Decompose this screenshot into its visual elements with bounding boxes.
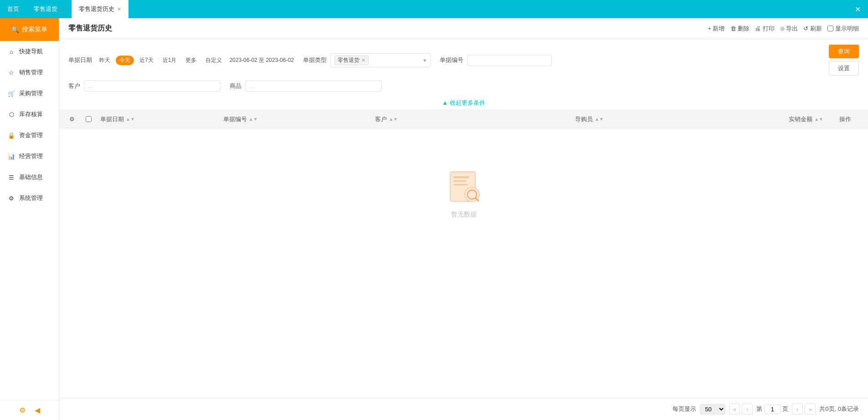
sort-guide-icon: ▲▼: [595, 117, 604, 122]
tab-retail-return-history[interactable]: 零售退货历史 ✕: [72, 0, 128, 18]
sort-customer-icon: ▲▼: [389, 117, 398, 122]
first-page-btn[interactable]: «: [729, 404, 740, 415]
sidebar-bottom: ⚙ ◀: [0, 400, 59, 420]
goods-ellipsis: …: [249, 82, 255, 89]
doc-no-label: 单据编号: [440, 56, 463, 64]
th-amount[interactable]: 实销金额 ▲▼: [723, 115, 827, 123]
sidebar-settings-btn[interactable]: ⚙: [19, 406, 26, 415]
show-detail-option: 显示明细: [827, 25, 859, 33]
sidebar-item-sales-mgmt[interactable]: ☆ 销售管理: [0, 62, 59, 83]
th-action: 操作: [827, 115, 863, 123]
top-bar: 首页 零售退货 ✕ 零售退货历史 ✕ ✕: [0, 0, 868, 18]
content-area: 零售退货历史 + 新增 🗑 删除 🖨 打印 ⊙ 导出 ↺ 刷新 显示明细 单据日…: [59, 18, 868, 420]
purchase-icon: 🛒: [7, 89, 15, 97]
prev-page-btn[interactable]: ‹: [742, 404, 753, 415]
page-nav: « ‹: [729, 404, 753, 415]
sidebar-search-label: 搜索菜单: [22, 26, 47, 34]
th-customer-label: 客户: [375, 115, 387, 123]
tab-home-label: 首页: [7, 5, 19, 13]
operations-icon: 📊: [7, 152, 15, 160]
sidebar-item-finance[interactable]: 🔒 资金管理: [0, 125, 59, 146]
svg-rect-3: [453, 184, 468, 185]
customer-label: 客户: [68, 82, 80, 90]
th-settings[interactable]: ⚙: [64, 116, 80, 123]
select-all-checkbox[interactable]: [86, 116, 92, 122]
sidebar-item-inventory[interactable]: ⬡ 库存核算: [0, 104, 59, 125]
sidebar-item-quick-nav-label: 快捷导航: [19, 47, 43, 56]
filter-area: 单据日期 昨天 今天 近7天 近1月 更多 自定义 2023-06-02 至 2…: [59, 39, 868, 110]
next-page-btn[interactable]: ›: [792, 404, 803, 415]
doc-type-select[interactable]: 零售退货 ✕ ▾: [330, 53, 431, 67]
page-input[interactable]: [764, 405, 781, 414]
sidebar-item-system-mgmt-label: 系统管理: [19, 194, 43, 202]
sidebar-item-purchase-mgmt[interactable]: 🛒 采购管理: [0, 83, 59, 104]
th-date[interactable]: 单据日期 ▲▼: [97, 115, 220, 123]
finance-icon: 🔒: [7, 131, 15, 139]
customer-select[interactable]: …: [84, 80, 221, 92]
doc-type-tag: 零售退货 ✕: [334, 56, 369, 65]
date-btn-1month[interactable]: 近1月: [159, 56, 180, 65]
header-actions: + 新增 🗑 删除 🖨 打印 ⊙ 导出 ↺ 刷新 显示明细: [708, 25, 859, 33]
date-btn-today[interactable]: 今天: [116, 56, 134, 65]
doc-no-input[interactable]: [467, 55, 552, 66]
last-page-btn[interactable]: »: [805, 404, 816, 415]
sidebar-item-operations-label: 经营管理: [19, 152, 43, 160]
filter-row-2: 客户 … 商品 …: [68, 80, 859, 92]
th-guide[interactable]: 导购员 ▲▼: [571, 115, 723, 123]
sidebar-item-quick-nav[interactable]: ⌂ 快捷导航: [0, 41, 59, 62]
refresh-button[interactable]: ↺ 刷新: [803, 25, 822, 33]
sidebar-item-purchase-mgmt-label: 采购管理: [19, 89, 43, 97]
date-btn-yesterday[interactable]: 昨天: [96, 56, 114, 65]
th-guide-label: 导购员: [575, 115, 593, 123]
customer-ellipsis: …: [88, 82, 94, 89]
page-label: 第: [756, 405, 762, 413]
sidebar-item-operations[interactable]: 📊 经营管理: [0, 146, 59, 167]
date-btn-7days[interactable]: 近7天: [136, 56, 157, 65]
filter-row-1: 单据日期 昨天 今天 近7天 近1月 更多 自定义 2023-06-02 至 2…: [68, 45, 859, 76]
sidebar-collapse-btn[interactable]: ◀: [35, 406, 40, 415]
sidebar-item-system-mgmt[interactable]: ⚙ 系统管理: [0, 188, 59, 209]
inventory-icon: ⬡: [7, 110, 15, 118]
sidebar-item-inventory-label: 库存核算: [19, 110, 43, 118]
tab-retail-return-history-close[interactable]: ✕: [117, 6, 121, 12]
page-size-select[interactable]: 20 50 100: [700, 404, 725, 415]
set-button[interactable]: 设置: [829, 61, 859, 76]
sidebar-item-finance-label: 资金管理: [19, 131, 43, 139]
filter-customer: 客户 …: [68, 80, 221, 92]
doc-type-remove[interactable]: ✕: [361, 57, 365, 63]
home-icon: ⌂: [7, 47, 15, 56]
th-customer[interactable]: 客户 ▲▼: [371, 115, 571, 123]
filter-date: 单据日期 昨天 今天 近7天 近1月 更多 自定义 2023-06-02 至 2…: [68, 56, 294, 65]
sales-icon: ☆: [7, 68, 15, 77]
settings-icon: ⚙: [69, 116, 75, 123]
date-btn-custom[interactable]: 自定义: [202, 56, 226, 65]
collapse-button[interactable]: ▲ 收起更多条件: [68, 96, 859, 110]
tab-retail-return-history-label: 零售退货历史: [79, 5, 114, 13]
filter-doc-type: 单据类型 零售退货 ✕ ▾: [303, 53, 431, 67]
pagination: 每页显示 20 50 100 « ‹ 第 页 › »: [59, 398, 868, 420]
print-button[interactable]: 🖨 打印: [755, 25, 775, 33]
goods-select[interactable]: …: [245, 80, 382, 92]
page-total: 共0页, 0条记录: [819, 405, 859, 413]
filter-goods: 商品 …: [230, 80, 382, 92]
add-button[interactable]: + 新增: [708, 25, 724, 33]
basic-icon: ☰: [7, 173, 15, 181]
empty-text: 暂无数据: [451, 210, 477, 219]
tab-retail-return-close[interactable]: ✕: [60, 6, 64, 12]
content-inner: ⚙ 单据日期 ▲▼ 单据编号 ▲▼ 客户 ▲▼: [59, 110, 868, 420]
query-button[interactable]: 查询: [829, 45, 859, 58]
show-detail-checkbox[interactable]: [827, 26, 833, 31]
delete-button[interactable]: 🗑 删除: [730, 25, 750, 33]
window-close-button[interactable]: ✕: [847, 5, 868, 14]
th-doc-no[interactable]: 单据编号 ▲▼: [220, 115, 371, 123]
date-btn-more[interactable]: 更多: [182, 56, 200, 65]
sidebar-item-basic-info-label: 基础信息: [19, 173, 43, 181]
sidebar-search[interactable]: 🔍 搜索菜单: [0, 18, 59, 41]
system-icon: ⚙: [7, 194, 15, 202]
sidebar-item-basic-info[interactable]: ☰ 基础信息: [0, 167, 59, 188]
page-title: 零售退货历史: [68, 24, 112, 33]
tab-retail-return[interactable]: 零售退货 ✕: [26, 0, 72, 18]
export-button[interactable]: ⊙ 导出: [780, 25, 798, 33]
th-checkbox[interactable]: [80, 116, 97, 122]
tab-home[interactable]: 首页: [0, 0, 26, 18]
